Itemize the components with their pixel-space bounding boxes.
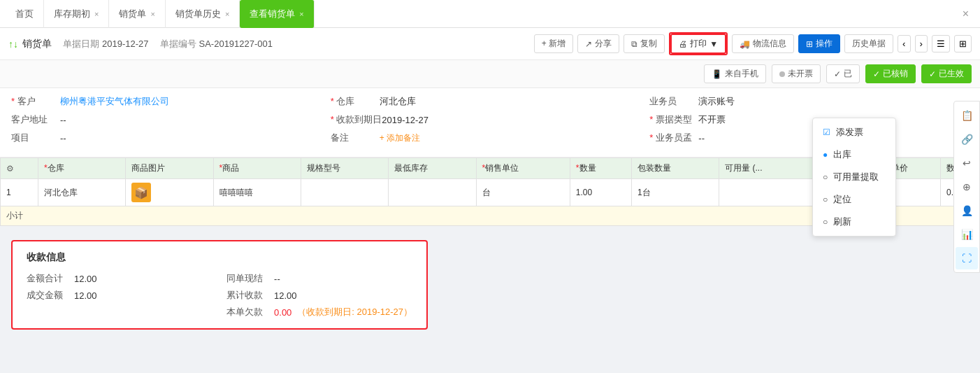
staff-value: 演示账号	[698, 95, 969, 108]
tab-view-sales-close[interactable]: ×	[299, 10, 303, 18]
cell-qty: 1.00	[570, 179, 631, 206]
cell-index: 1	[1, 179, 38, 206]
checkbox-icon: ☑	[823, 127, 830, 137]
tab-home-label: 首页	[15, 8, 34, 20]
cell-min-stock	[389, 179, 476, 206]
doc-number-label: 单据编号	[160, 38, 196, 50]
customer-field: * 客户 柳州粤港平安气体有限公司	[11, 95, 331, 108]
tab-sales-history-label: 销货单历史	[175, 8, 221, 20]
payment-title: 收款信息	[27, 251, 412, 264]
list-view-button[interactable]: ☰	[932, 35, 950, 52]
tab-sales-order[interactable]: 销货单 ×	[109, 0, 165, 28]
tab-bar-close-button[interactable]: ×	[957, 8, 974, 20]
operate-button-label: 操作	[816, 38, 833, 50]
payment-date-value: 2019-12-27	[382, 115, 649, 125]
transaction-row: 成交金额 12.00	[27, 289, 212, 302]
next-button[interactable]: ›	[915, 35, 928, 52]
logistics-button-label: 物流信息	[753, 38, 786, 50]
col-settings[interactable]: ⚙	[1, 158, 38, 179]
print-button[interactable]: 🖨 打印 ▼	[670, 34, 726, 54]
radio-selected-icon: ●	[823, 150, 828, 160]
share-button[interactable]: ↗ 分享	[577, 34, 619, 53]
from-phone-label: 来自手机	[725, 68, 758, 80]
prev-icon: ‹	[902, 38, 905, 49]
payment-right: 同单现结 -- 累计收款 12.00 本单欠款 0.00 （收款到期日: 201…	[226, 272, 412, 318]
dropdown-refresh[interactable]: ○ 刷新	[813, 211, 895, 233]
operate-button[interactable]: ⊞ 操作	[798, 34, 840, 53]
sidebar-icon-expand[interactable]: ⛶	[956, 247, 978, 269]
check-icon: ✓	[873, 69, 880, 79]
prev-button[interactable]: ‹	[898, 35, 910, 52]
logistics-icon: 🚚	[740, 39, 750, 49]
sidebar-icon-link[interactable]: 🔗	[956, 128, 978, 150]
cumulative-value: 12.00	[274, 290, 297, 301]
radio-empty-icon-3: ○	[823, 217, 828, 227]
col-available: 可用量 (...	[719, 158, 814, 179]
add-note-button[interactable]: 添加备注	[380, 132, 420, 144]
not-opened-dot	[779, 71, 785, 77]
next-icon: ›	[920, 38, 923, 49]
tab-sales-history-close[interactable]: ×	[225, 10, 229, 18]
tab-sales-history[interactable]: 销货单历史 ×	[166, 0, 240, 28]
same-order-label: 同单现结	[226, 272, 268, 285]
note-label: 备注	[331, 132, 380, 144]
same-order-row: 同单现结 --	[226, 272, 412, 285]
print-button-label: 打印	[690, 38, 707, 50]
print-button-highlight: 🖨 打印 ▼	[669, 32, 728, 55]
grid-view-button[interactable]: ⊞	[954, 35, 972, 52]
tab-home[interactable]: 首页	[6, 0, 44, 28]
warehouse-required: *	[331, 96, 334, 106]
already-effect-button[interactable]: ✓ 已生效	[921, 64, 972, 83]
sidebar-icon-chart[interactable]: 📊	[956, 223, 978, 246]
doc-number-value: SA-20191227-001	[199, 38, 273, 49]
confirm-icon: ✓	[834, 69, 841, 79]
dropdown-locate[interactable]: ○ 定位	[813, 188, 895, 211]
right-sidebar: 📋 🔗 ↩ ⊕ 👤 📊 ⛶	[953, 101, 980, 273]
grid-view-icon: ⊞	[959, 38, 967, 49]
radio-empty-icon-1: ○	[823, 172, 828, 182]
doc-actions: + 新增 ↗ 分享 ⧉ 复制 🖨 打印 ▼ 🚚 物流信息 ⊞ 操作 历史单据	[534, 32, 972, 55]
dropdown-add-invoice[interactable]: ☑ 添发票	[813, 121, 895, 143]
total-label: 金额合计	[27, 272, 69, 285]
total-row: 金额合计 12.00	[27, 272, 212, 285]
outstanding-value: 0.00	[274, 307, 291, 318]
history-button[interactable]: 历史单据	[844, 34, 893, 53]
copy-button[interactable]: ⧉ 复制	[624, 34, 665, 53]
address-value: --	[60, 115, 331, 125]
transaction-label: 成交金额	[27, 289, 69, 302]
operate-icon: ⊞	[806, 39, 813, 49]
add-invoice-label: 添发票	[836, 126, 863, 139]
settings-icon[interactable]: ⚙	[6, 164, 14, 174]
toolbar-row: 📱 来自手机 未开票 ✓ 已 ✓ 已核销 ✓ 已生效	[0, 60, 980, 88]
new-button[interactable]: + 新增	[534, 34, 573, 53]
tab-inventory-close[interactable]: ×	[94, 10, 99, 18]
payment-area: 收款信息 金额合计 12.00 成交金额 12.00 同单现结 -- 累计收款	[0, 226, 980, 344]
staff-field: 业务员 演示账号	[649, 95, 969, 108]
tab-view-sales[interactable]: 查看销货单 ×	[240, 0, 314, 28]
dropdown-available-qty[interactable]: ○ 可用量提取	[813, 166, 895, 188]
not-opened-button[interactable]: 未开票	[772, 64, 821, 83]
logistics-button[interactable]: 🚚 物流信息	[732, 34, 794, 53]
already-sold-button[interactable]: ✓ 已核销	[865, 64, 916, 83]
cell-available	[719, 179, 814, 206]
doc-title-text: 销货单	[22, 38, 52, 50]
customer-value[interactable]: 柳州粤港平安气体有限公司	[60, 95, 331, 108]
confirm-button[interactable]: ✓ 已	[826, 64, 860, 83]
dropdown-outbound[interactable]: ● 出库	[813, 143, 895, 166]
transaction-value: 12.00	[74, 290, 97, 301]
sidebar-icon-clipboard[interactable]: 📋	[956, 104, 978, 127]
customer-label: * 客户	[11, 95, 60, 108]
from-phone-button[interactable]: 📱 来自手机	[704, 64, 766, 83]
confirm-label: 已	[844, 68, 852, 80]
project-value: --	[60, 133, 331, 143]
total-value: 12.00	[74, 274, 97, 284]
sidebar-icon-user[interactable]: 👤	[956, 199, 978, 222]
tab-inventory-init[interactable]: 库存期初 ×	[44, 0, 109, 28]
col-sales-unit: *销售单位	[476, 158, 570, 179]
tab-sales-order-close[interactable]: ×	[150, 10, 154, 18]
phone-icon: 📱	[712, 69, 722, 79]
sidebar-icon-undo[interactable]: ↩	[956, 152, 978, 174]
sidebar-icon-add[interactable]: ⊕	[956, 176, 978, 198]
doc-date-value: 2019-12-27	[102, 38, 149, 49]
doc-title-section: ↑↓ 销货单	[8, 38, 52, 50]
